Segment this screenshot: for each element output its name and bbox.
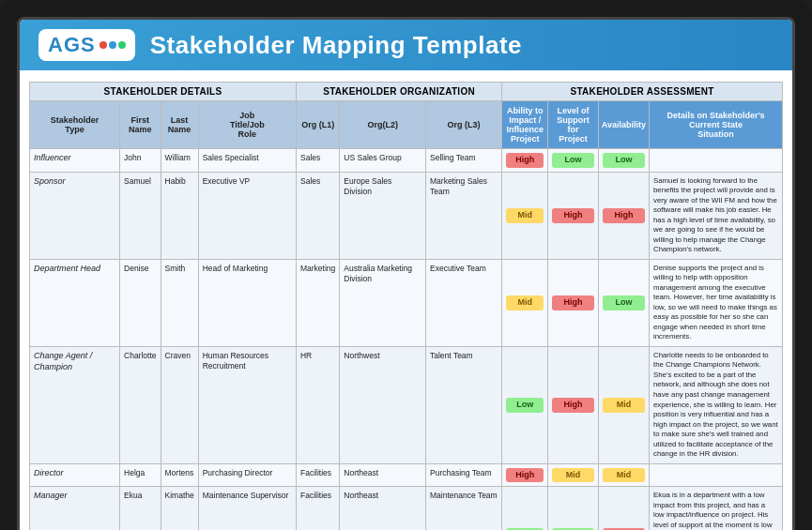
table-cell: Europe Sales Division: [340, 172, 426, 259]
table-cell: Samuel: [120, 172, 161, 259]
table-cell: Manager: [30, 487, 120, 530]
laptop-frame: AGS Stakeholder Mapping Template Stakeho…: [0, 0, 812, 530]
table-cell: Low: [502, 487, 548, 530]
status-badge: High: [603, 208, 645, 223]
table-cell: High: [548, 346, 599, 463]
table-cell: Smith: [161, 259, 198, 346]
table-cell: Director: [30, 463, 120, 487]
section-header-row: Stakeholder Details Stakeholder Organiza…: [30, 83, 783, 101]
table-cell: High: [548, 259, 599, 346]
status-badge: High: [552, 208, 594, 223]
status-badge: High: [506, 468, 544, 483]
table-cell: Habib: [161, 172, 198, 259]
table-cell: Talent Team: [426, 346, 502, 463]
table-cell: Sales Specialist: [198, 149, 296, 173]
table-cell: High: [598, 172, 649, 259]
table-cell: Helga: [120, 463, 161, 487]
logo: AGS: [38, 29, 135, 61]
screen: AGS Stakeholder Mapping Template Stakeho…: [17, 17, 795, 530]
logo-text: AGS: [48, 33, 96, 57]
stakeholder-table: Stakeholder Details Stakeholder Organiza…: [29, 82, 783, 530]
status-badge: Mid: [552, 468, 594, 483]
status-badge: High: [552, 295, 594, 310]
col-type: StakeholderType: [30, 101, 120, 149]
section-stakeholder-assessment: Stakeholder Assessment: [502, 83, 783, 101]
status-badge: Mid: [506, 295, 544, 310]
table-cell: High: [548, 172, 599, 259]
table-row: InfluencerJohnWilliamSales SpecialistSal…: [30, 149, 783, 173]
col-job: JobTitle/JobRole: [198, 101, 296, 149]
table-cell: William: [161, 149, 198, 173]
table-cell: Denise supports the project and is willi…: [650, 259, 783, 346]
status-badge: Mid: [603, 468, 645, 483]
table-cell: Head of Marketing: [198, 259, 296, 346]
table-cell: Department Head: [30, 259, 120, 346]
table-cell: Northeast: [340, 463, 426, 487]
table-cell: Kimathe: [161, 487, 198, 530]
table-cell: Selling Team: [426, 149, 502, 173]
table-cell: Sales: [296, 149, 339, 173]
status-badge: Low: [506, 398, 544, 413]
table-cell: Denise: [120, 259, 161, 346]
table-cell: Ekua is in a department with a low impac…: [650, 487, 783, 530]
table-cell: Low: [502, 346, 548, 463]
table-cell: Mid: [502, 259, 548, 346]
table-cell: Facilities: [296, 487, 339, 530]
table-cell: Mortens: [161, 463, 198, 487]
dot-green: [118, 41, 126, 49]
col-org1: Org (L1): [296, 101, 339, 149]
table-cell: [650, 149, 783, 173]
table-row: DirectorHelgaMortensPurchasing DirectorF…: [30, 463, 783, 487]
table-cell: Northwest: [340, 346, 426, 463]
table-cell: High: [598, 487, 649, 530]
status-badge: High: [552, 398, 594, 413]
table-cell: Mid: [548, 463, 599, 487]
table-cell: High: [502, 463, 548, 487]
table-cell: Change Agent / Champion: [30, 346, 120, 463]
table-cell: Executive Team: [426, 259, 502, 346]
table-body: InfluencerJohnWilliamSales SpecialistSal…: [30, 149, 783, 531]
col-details: Details on Stakeholder's Current StateSi…: [650, 101, 783, 149]
table-cell: Craven: [161, 346, 198, 463]
col-impact: Ability toImpact /InfluenceProject: [502, 101, 548, 149]
table-row: SponsorSamuelHabibExecutive VPSalesEurop…: [30, 172, 783, 259]
table-cell: Sales: [296, 172, 339, 259]
status-badge: Low: [603, 153, 645, 168]
col-last: LastName: [161, 101, 198, 149]
status-badge: Mid: [603, 398, 645, 413]
logo-dots: [100, 41, 126, 49]
table-cell: Facilities: [296, 463, 339, 487]
table-cell: Purchasing Director: [198, 463, 296, 487]
col-support: Level ofSupport forProject: [548, 101, 599, 149]
status-badge: High: [506, 153, 544, 168]
table-cell: HR: [296, 346, 339, 463]
table-cell: Human Resources Recruitment: [198, 346, 296, 463]
table-cell: John: [120, 149, 161, 173]
status-badge: Low: [603, 295, 645, 310]
table-wrapper: Stakeholder Details Stakeholder Organiza…: [20, 70, 792, 530]
table-cell: Mid: [598, 463, 649, 487]
table-row: Change Agent / ChampionCharlotteCravenHu…: [30, 346, 783, 463]
table-cell: [650, 463, 783, 487]
table-cell: Maintenance Supervisor: [198, 487, 296, 530]
table-cell: Maintenance Team: [426, 487, 502, 530]
table-cell: US Sales Group: [340, 149, 426, 173]
header: AGS Stakeholder Mapping Template: [20, 20, 792, 70]
table-row: ManagerEkuaKimatheMaintenance Supervisor…: [30, 487, 783, 530]
table-cell: Charlotte: [120, 346, 161, 463]
table-cell: Low: [548, 149, 599, 173]
section-stakeholder-organization: Stakeholder Organization: [296, 83, 501, 101]
dot-blue: [109, 41, 116, 49]
col-org2: Org(L2): [340, 101, 426, 149]
table-cell: Low: [548, 487, 599, 530]
table-cell: Charlotte needs to be onboarded to the C…: [650, 346, 783, 463]
table-row: Department HeadDeniseSmithHead of Market…: [30, 259, 783, 346]
table-cell: Purchasing Team: [426, 463, 502, 487]
col-first: FirstName: [120, 101, 161, 149]
table-cell: Influencer: [30, 149, 120, 173]
table-cell: Australia Marketing Division: [340, 259, 426, 346]
table-cell: Marketing: [296, 259, 339, 346]
table-cell: Low: [598, 149, 649, 173]
table-cell: Low: [598, 259, 649, 346]
table-cell: Mid: [502, 172, 548, 259]
